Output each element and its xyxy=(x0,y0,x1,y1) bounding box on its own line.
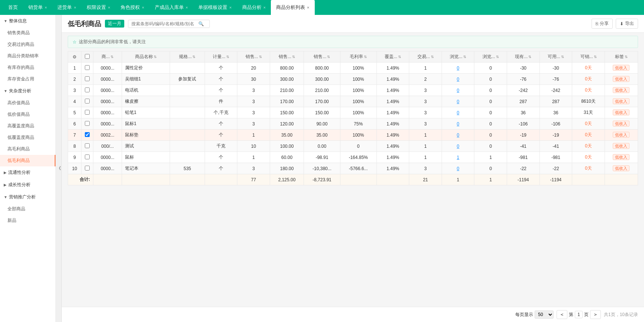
row-name: 吴细细1 xyxy=(122,74,170,85)
sort-icon-name[interactable]: ⇅ xyxy=(154,55,157,59)
nav-product-analysis[interactable]: 商品分析 × xyxy=(237,0,271,15)
nav-product-entry-close[interactable]: × xyxy=(186,5,188,10)
sidebar-item-sales-products[interactable]: 销售类商品 xyxy=(0,27,55,39)
sidebar-item-traded-products[interactable]: 交易过的商品 xyxy=(0,39,55,50)
row-select-checkbox[interactable] xyxy=(85,87,90,92)
row-view1[interactable]: 0 xyxy=(442,163,474,174)
row-checkbox[interactable] xyxy=(81,163,93,174)
row-checkbox[interactable] xyxy=(81,74,93,85)
sidebar-group-complexity-header[interactable]: ▼ 夹杂度分析 xyxy=(0,85,55,97)
sidebar-item-stocked-products[interactable]: 有库存的商品 xyxy=(0,62,55,73)
row-checkbox[interactable] xyxy=(81,63,93,74)
sort-icon-code[interactable]: ⇅ xyxy=(110,55,113,59)
row-view1[interactable]: 1 xyxy=(442,152,474,163)
nav-sales-close[interactable]: × xyxy=(45,5,47,10)
nav-template-close[interactable]: × xyxy=(229,5,231,10)
row-view1[interactable]: 0 xyxy=(442,118,474,130)
sort-icon-sales-count[interactable]: ⇅ xyxy=(259,55,262,59)
row-select-checkbox[interactable] xyxy=(85,132,90,137)
row-view1[interactable]: 0 xyxy=(442,74,474,85)
prev-page-button[interactable]: ＜ xyxy=(557,310,567,319)
per-page-select[interactable]: 50 100 200 xyxy=(535,310,554,319)
sort-icon-spec[interactable]: ⇅ xyxy=(192,55,195,59)
nav-product-analysis-list-close[interactable]: × xyxy=(307,5,309,10)
row-no: 2 xyxy=(68,74,81,85)
nav-roles[interactable]: 角色授权 × xyxy=(115,0,149,15)
nav-purchase-close[interactable]: × xyxy=(74,5,76,10)
sidebar-item-new-products[interactable]: 新品 xyxy=(0,215,55,226)
row-sales-amount: 300.00 xyxy=(270,74,304,85)
row-checkbox[interactable] xyxy=(81,118,93,130)
sidebar-item-category-rate[interactable]: 商品分类助销率 xyxy=(0,50,55,62)
select-all-checkbox[interactable] xyxy=(85,54,90,59)
sidebar-item-all-products[interactable]: 全部商品 xyxy=(0,203,55,215)
sort-icon-coverage[interactable]: ⇅ xyxy=(398,55,401,59)
sort-icon-sales-profit[interactable]: ⇅ xyxy=(327,55,330,59)
row-view1[interactable]: 0 xyxy=(442,130,474,141)
row-select-checkbox[interactable] xyxy=(85,76,90,81)
col-checkbox-all[interactable] xyxy=(81,51,93,63)
row-checkbox[interactable] xyxy=(81,141,93,152)
search-input[interactable] xyxy=(131,21,198,26)
row-checkbox[interactable] xyxy=(81,85,93,96)
sidebar-group-growth-header[interactable]: ▶ 成长性分析 xyxy=(0,179,55,191)
sort-icon-stock-saleable[interactable]: ⇅ xyxy=(594,55,597,59)
row-view1[interactable]: 0 xyxy=(442,107,474,118)
sidebar-group-circulation-header[interactable]: ▶ 流通性分析 xyxy=(0,166,55,179)
row-select-checkbox[interactable] xyxy=(85,121,90,126)
sidebar-item-low-value[interactable]: 低价值商品 xyxy=(0,109,55,120)
row-checkbox[interactable] xyxy=(81,107,93,118)
nav-product-analysis-close[interactable]: × xyxy=(263,5,266,10)
sidebar-group-marketing-header[interactable]: ▼ 营销推广分析 xyxy=(0,191,55,203)
nav-product-entry[interactable]: 产成品入库单 × xyxy=(150,0,193,15)
nav-roles-close[interactable]: × xyxy=(142,5,144,10)
nav-sales[interactable]: 销货单 × xyxy=(23,0,52,15)
row-stock-current: -76 xyxy=(507,74,540,85)
sidebar-collapse-button[interactable]: 《 xyxy=(56,15,62,322)
export-button[interactable]: ⬇ 导出 xyxy=(616,19,638,29)
row-select-checkbox[interactable] xyxy=(85,99,90,103)
sidebar-item-low-coverage[interactable]: 低覆盖度商品 xyxy=(0,132,55,143)
row-select-checkbox[interactable] xyxy=(85,143,90,148)
row-view1[interactable]: 0 xyxy=(442,85,474,96)
row-checkbox[interactable] xyxy=(81,96,93,107)
sidebar-group-overview-header[interactable]: ▼ 整体信息 xyxy=(0,15,55,27)
time-filter-badge[interactable]: 近一月 xyxy=(105,20,124,28)
sidebar-item-capital[interactable]: 库存资金占用 xyxy=(0,73,55,85)
row-select-checkbox[interactable] xyxy=(85,110,90,115)
share-button[interactable]: ⎘ 分享 xyxy=(592,19,613,29)
nav-home[interactable]: 首页 xyxy=(3,0,23,15)
sidebar-item-high-coverage[interactable]: 高覆盖度商品 xyxy=(0,120,55,132)
sort-icon-unit[interactable]: ⇅ xyxy=(226,55,229,59)
col-settings[interactable]: ⚙ xyxy=(68,51,81,63)
row-checkbox[interactable] xyxy=(81,130,93,141)
nav-product-analysis-list[interactable]: 商品分析列表 × xyxy=(271,0,314,15)
row-tag: 低收入 xyxy=(605,141,638,152)
sort-icon-sales-amount[interactable]: ⇅ xyxy=(292,55,295,59)
sidebar-item-high-margin[interactable]: 高毛利商品 xyxy=(0,143,55,155)
nav-purchase[interactable]: 进货单 × xyxy=(52,0,81,15)
nav-permissions-close[interactable]: × xyxy=(108,5,110,10)
row-name: 鼠标1 xyxy=(122,118,170,130)
sort-icon-tag[interactable]: ⇅ xyxy=(625,55,628,59)
next-page-button[interactable]: ＞ xyxy=(590,310,601,319)
row-checkbox[interactable] xyxy=(81,152,93,163)
search-icon[interactable]: 🔍 xyxy=(198,21,204,26)
row-select-checkbox[interactable] xyxy=(85,166,90,170)
sort-icon-view1[interactable]: ⇅ xyxy=(463,55,466,59)
nav-template[interactable]: 单据模板设置 × xyxy=(193,0,237,15)
row-sales-profit: 90.00 xyxy=(304,118,340,130)
nav-permissions[interactable]: 权限设置 × xyxy=(81,0,115,15)
sort-icon-stock-current[interactable]: ⇅ xyxy=(528,55,531,59)
sort-icon-trade[interactable]: ⇅ xyxy=(431,55,434,59)
sidebar-item-low-margin[interactable]: 低毛利商品 xyxy=(0,155,55,166)
row-select-checkbox[interactable] xyxy=(85,154,90,159)
row-view1[interactable]: 0 xyxy=(442,141,474,152)
sort-icon-view2[interactable]: ⇅ xyxy=(496,55,499,59)
sidebar-item-high-value[interactable]: 高价值商品 xyxy=(0,97,55,109)
row-select-checkbox[interactable] xyxy=(85,65,90,70)
sort-icon-stock-available[interactable]: ⇅ xyxy=(561,55,564,59)
row-view1[interactable]: 0 xyxy=(442,63,474,74)
sort-icon-gross-margin[interactable]: ⇅ xyxy=(364,55,367,59)
row-view1[interactable]: 0 xyxy=(442,96,474,107)
